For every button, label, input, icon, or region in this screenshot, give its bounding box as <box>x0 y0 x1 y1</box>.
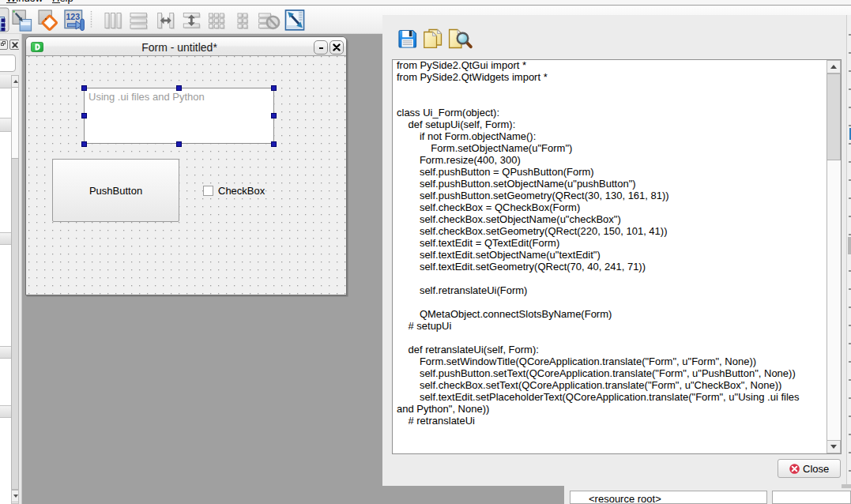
svg-text:123: 123 <box>66 12 81 21</box>
